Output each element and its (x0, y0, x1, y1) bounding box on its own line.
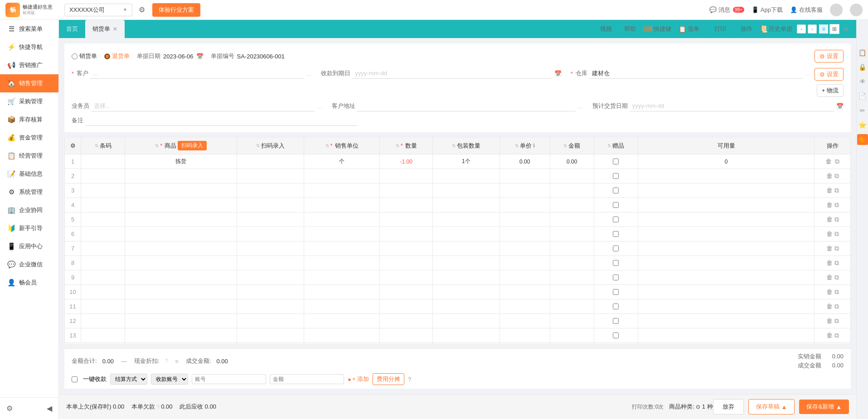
warehouse-more-icon[interactable]: … (805, 70, 811, 77)
salesperson-input[interactable] (91, 101, 315, 111)
operation-btn[interactable]: ⚙ 操作 (731, 24, 755, 34)
print-btn[interactable]: 🖨 打印 (704, 24, 729, 34)
customer-input[interactable] (90, 68, 304, 79)
sidebar-item-system[interactable]: ⚙ 系统管理 (0, 183, 58, 201)
sidebar-item-sales[interactable]: 🏠 销售管理 (0, 74, 58, 92)
copy-icon[interactable]: ⧉ (834, 245, 839, 252)
copy-icon[interactable]: ⧉ (834, 187, 839, 194)
product-sort-icon[interactable]: ⇅ (155, 143, 159, 148)
discount-info-icon[interactable]: ? (165, 358, 168, 364)
save-draft-btn[interactable]: 保存草稿 ▲ (748, 399, 795, 414)
amount-sort-icon[interactable]: ⇅ (563, 143, 567, 148)
due-date-input[interactable] (352, 68, 552, 79)
sidebar-item-basicinfo[interactable]: 📝 基础信息 (0, 165, 58, 183)
avatar-2[interactable] (850, 4, 863, 16)
sidebar-item-finance[interactable]: 💰 资金管理 (0, 129, 58, 147)
gift-checkbox[interactable] (613, 260, 619, 266)
add-payment-btn[interactable]: ● + 添加 (348, 375, 369, 383)
gift-checkbox[interactable] (613, 289, 619, 295)
sidebar-item-inventory[interactable]: 📦 库存核算 (0, 111, 58, 129)
rp-icon-7[interactable]: 🔶 (857, 134, 868, 145)
spec-sort-icon[interactable]: ⇅ (256, 143, 260, 148)
sidebar-item-marketing[interactable]: 📢 营销推广 (0, 56, 58, 74)
tab-close-icon[interactable]: ✕ (113, 26, 117, 32)
customer-address-input[interactable] (357, 101, 575, 111)
grid-view-btn[interactable]: ⊞ (829, 24, 839, 34)
account-select[interactable]: 收款账号 (151, 374, 188, 385)
row-barcode-1[interactable] (81, 154, 125, 169)
return-bill-radio[interactable]: 退货单 (104, 52, 130, 60)
logistics-btn[interactable]: + 物流 (817, 84, 844, 97)
gift-checkbox[interactable] (613, 246, 619, 251)
row-price-1[interactable]: 0.00 (499, 154, 550, 169)
account-input[interactable] (192, 374, 266, 384)
row-qty-1[interactable]: -1.00 (380, 154, 433, 169)
sidebar-item-search[interactable]: ☰ 搜索菜单 (0, 20, 58, 38)
return-radio-input[interactable] (104, 53, 110, 59)
gift-checkbox[interactable] (613, 188, 619, 193)
expense-help-icon[interactable]: ? (408, 376, 411, 383)
scan-btn[interactable]: 扫码录入 (178, 141, 207, 150)
gift-sort-icon[interactable]: ⇅ (607, 143, 611, 148)
delete-row-1-icon[interactable]: 🗑 (825, 158, 832, 165)
expected-delivery-calendar-icon[interactable]: 📅 (836, 103, 844, 110)
due-date-calendar-icon[interactable]: 📅 (554, 70, 562, 77)
unit-sort-icon[interactable]: ⇅ (325, 143, 329, 148)
delete-icon[interactable]: 🗑 (826, 317, 833, 324)
copy-icon[interactable]: ⧉ (834, 201, 839, 208)
gift-checkbox[interactable] (613, 173, 619, 179)
video-btn[interactable]: ▶ 视频 (591, 24, 615, 34)
delete-icon[interactable]: 🗑 (826, 303, 833, 310)
help-btn[interactable]: ? 帮助 (616, 24, 639, 34)
settings-btn[interactable]: ⚙ 设置 (815, 50, 844, 63)
gift-checkbox-1[interactable] (613, 159, 619, 164)
delete-icon[interactable]: 🗑 (826, 201, 833, 208)
copy-icon[interactable]: ⧉ (834, 274, 839, 281)
settings-icon[interactable]: ⚙ (135, 3, 149, 17)
delete-icon[interactable]: 🗑 (826, 230, 833, 237)
copy-icon[interactable]: ⧉ (834, 216, 839, 223)
app-download-button[interactable]: 📱 App下载 (752, 6, 783, 14)
delete-icon[interactable]: 🗑 (826, 216, 833, 223)
sales-radio-input[interactable] (72, 53, 78, 59)
one-click-payment-checkbox[interactable] (72, 376, 78, 382)
row-gift-1[interactable] (594, 154, 638, 169)
calendar-icon[interactable]: 📅 (196, 53, 204, 60)
rp-icon-4[interactable]: 📄 (857, 91, 868, 101)
sales-bill-radio[interactable]: 销货单 (72, 52, 97, 60)
price-sort-icon[interactable]: ⇅ (515, 143, 519, 148)
save-new-btn[interactable]: 保存&新增 ▲ (799, 400, 849, 414)
address-more-icon[interactable]: … (577, 103, 583, 110)
rp-icon-5[interactable]: ✏ (857, 105, 868, 116)
delete-icon[interactable]: 🗑 (826, 288, 833, 295)
select-btn[interactable]: 📋 选单 (676, 24, 702, 34)
online-support-button[interactable]: 👤 在线客服 (790, 6, 823, 14)
copy-icon[interactable]: ⧉ (834, 230, 839, 237)
save-new-dropdown-icon[interactable]: ▲ (836, 404, 842, 410)
save-draft-dropdown-icon[interactable]: ▲ (781, 404, 787, 410)
close-page-btn[interactable]: ✕ (841, 25, 851, 34)
customer-more-icon[interactable]: … (306, 70, 312, 77)
message-button[interactable]: 💬 消息 99+ (709, 6, 744, 14)
tab-home[interactable]: 首页 (59, 20, 85, 38)
rp-icon-3[interactable]: 👁 (857, 76, 868, 87)
avatar[interactable] (830, 4, 843, 16)
sidebar-item-operations[interactable]: 📋 经营管理 (0, 147, 58, 165)
price-info-icon[interactable]: ℹ (533, 143, 535, 149)
product-types-icon[interactable]: ⊙ (696, 404, 700, 410)
sidebar-item-member[interactable]: 👤 畅会员 (0, 274, 58, 292)
sidebar-item-purchase[interactable]: 🛒 采购管理 (0, 92, 58, 111)
expense-btn[interactable]: 费用分摊 (373, 373, 404, 385)
delete-icon[interactable]: 🗑 (826, 332, 833, 339)
delete-icon[interactable]: 🗑 (826, 187, 833, 194)
next-record-btn[interactable]: › (808, 24, 817, 34)
sidebar-item-wechat[interactable]: 💬 企业微信 (0, 255, 58, 274)
sidebar-item-quicknav[interactable]: ⚡ 快捷导航 (0, 38, 58, 56)
gift-checkbox[interactable] (613, 275, 619, 280)
copy-icon[interactable]: ⧉ (834, 332, 839, 339)
warehouse-input[interactable] (589, 68, 803, 79)
gift-checkbox[interactable] (613, 332, 619, 338)
company-selector[interactable]: XXXXXX公司 ▼ (64, 4, 132, 16)
sidebar-collapse-icon[interactable]: ◀ (47, 404, 52, 413)
pack-sort-icon[interactable]: ⇅ (452, 143, 456, 148)
